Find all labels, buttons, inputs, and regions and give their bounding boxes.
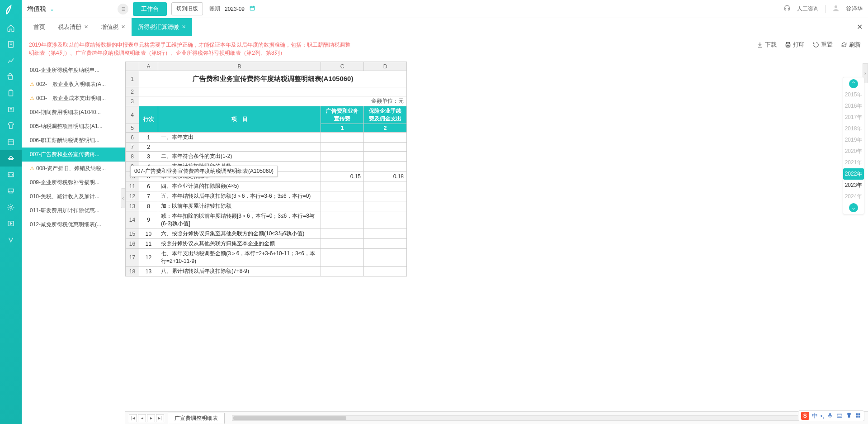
year-item[interactable]: 2021年	[843, 157, 864, 168]
value-cell-d[interactable]	[364, 211, 407, 229]
nav-chart-icon[interactable]	[0, 52, 22, 69]
row-header[interactable]: 17	[126, 249, 139, 267]
tab-增值税[interactable]: 增值税✕	[94, 18, 132, 36]
seq-cell[interactable]: 11	[139, 239, 158, 249]
row-header[interactable]: 8	[126, 152, 139, 162]
tree-item[interactable]: ⚠002-一般企业收入明细表(A...	[22, 77, 125, 91]
item-cell[interactable]: 一、本年支出	[158, 133, 321, 143]
nav-transfer-icon[interactable]	[0, 167, 22, 183]
print-button[interactable]: 打印	[785, 41, 805, 49]
nav-bag-icon[interactable]	[0, 69, 22, 85]
tree-item[interactable]: 010-免税、减计收入及加计...	[22, 190, 125, 204]
tree-item[interactable]: 011-研发费用加计扣除优惠...	[22, 204, 125, 218]
tab-税表清册[interactable]: 税表清册✕	[52, 18, 94, 36]
row-header[interactable]: 15	[126, 229, 139, 239]
row-header[interactable]: 11	[126, 181, 139, 191]
nav-play-icon[interactable]	[0, 215, 22, 232]
row-header[interactable]: 3	[126, 96, 139, 106]
sheet-nav-last[interactable]: ▸|	[156, 414, 164, 422]
collapse-tree-handle[interactable]: ‹	[121, 188, 125, 208]
tree-item[interactable]: ⚠008-资产折旧、摊销及纳税...	[22, 162, 125, 176]
seq-cell[interactable]: 10	[139, 229, 158, 239]
value-cell-c[interactable]	[321, 229, 364, 239]
nav-shirt-icon[interactable]	[0, 118, 22, 134]
sheet-tab[interactable]: 广宣费调整明细表	[168, 413, 225, 424]
item-cell[interactable]: 加：以前年度累计结转扣除额	[158, 201, 321, 211]
ime-lang[interactable]: 中	[812, 412, 818, 420]
ime-skin-icon[interactable]	[846, 412, 852, 420]
seq-cell[interactable]: 9	[139, 211, 158, 229]
calendar-icon[interactable]	[249, 5, 255, 13]
period-value[interactable]: 2023-09	[225, 6, 245, 12]
col-header-c[interactable]: C	[321, 62, 364, 71]
item-cell[interactable]: 八、累计结转以后年度扣除额(7+8-9)	[158, 267, 321, 276]
close-all-tabs-icon[interactable]: ✕	[857, 23, 863, 31]
horizontal-scrollbar[interactable]	[232, 415, 864, 421]
value-cell-d[interactable]	[364, 249, 407, 267]
tree-item[interactable]: 005-纳税调整项目明细表(A1...	[22, 119, 125, 133]
nav-calendar-icon[interactable]	[0, 134, 22, 150]
year-item[interactable]: 2015年	[843, 89, 864, 100]
seq-cell[interactable]: 3	[139, 152, 158, 162]
year-item[interactable]: 2017年	[843, 112, 864, 123]
year-scroll-down-icon[interactable]: ⌄	[849, 203, 858, 212]
value-cell-d[interactable]	[364, 133, 407, 143]
download-button[interactable]: 下载	[757, 41, 777, 49]
ime-keyboard-icon[interactable]	[836, 412, 843, 420]
list-icon-button[interactable]	[118, 4, 128, 14]
tree-item[interactable]: 007-广告费和业务宣传费跨...	[22, 148, 125, 162]
row-header[interactable]: 6	[126, 133, 139, 143]
tab-close-icon[interactable]: ✕	[84, 24, 88, 30]
refresh-button[interactable]: 刷新	[841, 41, 861, 49]
row-header[interactable]: 18	[126, 267, 139, 276]
item-cell[interactable]: 五、本年结转以后年度扣除额(3＞6，本行=3-6；3≤6，本行=0)	[158, 191, 321, 201]
ime-mic-icon[interactable]	[827, 412, 833, 420]
value-cell-c[interactable]	[321, 162, 364, 172]
nav-bowl-icon[interactable]	[0, 150, 22, 167]
row-header[interactable]: 12	[126, 191, 139, 201]
row-header[interactable]: 7	[126, 143, 139, 152]
value-cell-c[interactable]	[321, 211, 364, 229]
tree-item[interactable]: ⚠003-一般企业成本支出明细...	[22, 91, 125, 105]
consult-label[interactable]: 人工咨询	[797, 5, 819, 13]
year-item[interactable]: 2020年	[843, 146, 864, 157]
value-cell-c[interactable]	[321, 133, 364, 143]
value-cell-c[interactable]	[321, 201, 364, 211]
item-cell[interactable]: 二、本年符合条件的支出(1-2)	[158, 152, 321, 162]
col-header-b[interactable]: B	[158, 62, 321, 71]
year-scroll-up-icon[interactable]: ⌃	[849, 79, 858, 88]
value-cell-d[interactable]	[364, 152, 407, 162]
seq-cell[interactable]: 12	[139, 249, 158, 267]
year-item[interactable]: 2016年	[843, 100, 864, 112]
value-cell-d[interactable]	[364, 143, 407, 152]
nav-tax-icon[interactable]	[0, 101, 22, 118]
module-selector[interactable]: 增值税 ⌄	[27, 5, 113, 13]
reset-button[interactable]: 重置	[813, 41, 833, 49]
year-item[interactable]: 2024年	[843, 191, 864, 202]
row-header[interactable]: 2	[126, 87, 139, 96]
value-cell-d[interactable]	[364, 191, 407, 201]
col-header-a[interactable]: A	[139, 62, 158, 71]
user-avatar-icon[interactable]	[832, 4, 840, 14]
item-cell[interactable]: 六、按照分摊协议归集至其他关联方的金额(10≤3与6孰小值)	[158, 229, 321, 239]
value-cell-c[interactable]	[321, 181, 364, 191]
tab-首页[interactable]: 首页	[27, 18, 52, 36]
seq-cell[interactable]: 6	[139, 181, 158, 191]
nav-clipboard-icon[interactable]	[0, 85, 22, 101]
seq-cell[interactable]: 8	[139, 201, 158, 211]
row-header[interactable]: 5	[126, 124, 139, 133]
row-header[interactable]: 13	[126, 201, 139, 211]
value-cell-c[interactable]	[321, 152, 364, 162]
workbench-button[interactable]: 工作台	[133, 2, 167, 16]
seq-cell[interactable]: 2	[139, 143, 158, 152]
ime-toolbox-icon[interactable]	[855, 412, 861, 420]
value-cell-c[interactable]	[321, 267, 364, 276]
nav-doc-icon[interactable]	[0, 36, 22, 52]
nav-gear-icon[interactable]	[0, 199, 22, 215]
row-header[interactable]: 14	[126, 211, 139, 229]
item-cell[interactable]	[158, 143, 321, 152]
item-cell[interactable]: 七、本年支出纳税调整金额(3＞6，本行=2+3-6+10-11；3≤6，本行=2…	[158, 249, 321, 267]
item-cell[interactable]: 四、本企业计算的扣除限额(4×5)	[158, 181, 321, 191]
value-cell-d[interactable]	[364, 181, 407, 191]
ime-toolbar[interactable]: S 中 •,	[798, 410, 864, 421]
